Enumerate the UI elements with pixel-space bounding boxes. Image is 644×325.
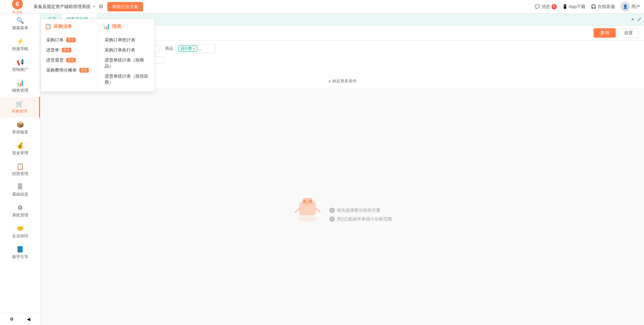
sidebar-item-basic-info[interactable]: 🗄 基础信息 bbox=[0, 180, 40, 201]
sidebar-item-sales[interactable]: 📊 销售管理 bbox=[0, 76, 40, 97]
messages-badge: 5 bbox=[551, 4, 557, 9]
message-icon: 💬 bbox=[535, 4, 540, 9]
goods-more-btn[interactable]: ... bbox=[199, 46, 202, 51]
dropdown-columns: 📋 采购业务 采购订单 历史 进货单 历史 进货退货 历史 采购费用分摊单 历史 bbox=[41, 23, 154, 87]
sidebar-item-inventory[interactable]: 📦 库存核算 bbox=[0, 118, 40, 138]
sales-icon: 📊 bbox=[16, 79, 24, 87]
sidebar-item-search[interactable]: 🔍 搜索菜单 bbox=[0, 13, 40, 34]
purchase-dropdown-menu: 📋 采购业务 采购订单 历史 进货单 历史 进货退货 历史 采购费用分摊单 历史 bbox=[40, 19, 155, 92]
empty-illustration bbox=[292, 192, 323, 222]
dropdown-divider bbox=[98, 23, 98, 87]
collapse-icon: ∧ bbox=[328, 79, 331, 84]
sidebar-item-management[interactable]: 📋 经营管理 bbox=[0, 159, 40, 180]
headset-icon: 🎧 bbox=[591, 4, 596, 9]
goods-tag: 设计费 × bbox=[178, 45, 197, 52]
dropdown-item-purchase-order-exec[interactable]: 采购订单执行表 bbox=[103, 45, 151, 55]
svg-line-6 bbox=[295, 209, 299, 212]
purchase-col-header: 📋 采购业务 bbox=[45, 23, 92, 32]
dropdown-item-receipt-stats-goods[interactable]: 进货单统计表（按商品） bbox=[103, 55, 151, 71]
dropdown-item-purchase-order[interactable]: 采购订单 历史 bbox=[45, 35, 92, 45]
dropdown-item-purchase-order-stats[interactable]: 采购订单统计表 bbox=[103, 35, 151, 45]
svg-point-3 bbox=[303, 200, 306, 202]
guide-icon: 📘 bbox=[16, 246, 24, 253]
sidebar-item-marketing[interactable]: 📢 营销推广 bbox=[0, 55, 40, 76]
system-dropdown-arrow: ▼ bbox=[93, 5, 96, 8]
svg-line-7 bbox=[316, 209, 320, 212]
history-badge-1: 历史 bbox=[62, 48, 71, 52]
marketing-icon: 📢 bbox=[16, 58, 24, 66]
sidebar-item-guide[interactable]: 📘 新手引导 bbox=[0, 242, 40, 263]
query-btn[interactable]: 查询 bbox=[594, 28, 616, 38]
sidebar-item-finance[interactable]: 💰 资金管理 bbox=[0, 138, 40, 159]
logo-icon: 6 bbox=[12, 0, 23, 9]
report-col-icon: 📊 bbox=[103, 23, 110, 30]
history-badge-2: 历史 bbox=[66, 58, 76, 63]
sidebar-item-cooperation[interactable]: 🤝 企业协同 bbox=[0, 221, 40, 242]
sidebar-item-system[interactable]: ⚙ 系统管理 bbox=[0, 201, 40, 221]
purchase-icon: 🛒 bbox=[16, 100, 23, 108]
report-col-header: 📊 报表 bbox=[103, 23, 151, 32]
sidebar-item-quicknav[interactable]: ⚡ 快捷导航 bbox=[0, 34, 40, 55]
window-close-btn[interactable]: × bbox=[631, 16, 634, 23]
sidebar-item-purchase[interactable]: 🛒 采购管理 bbox=[0, 97, 40, 118]
main-content: 1 请先选择要分析的方案 2 用[过滤]条件来缩小分析范围 bbox=[40, 89, 644, 325]
finance-icon: 💰 bbox=[16, 142, 24, 149]
user-btn[interactable]: 👤 用户 bbox=[620, 2, 640, 11]
online-service-btn[interactable]: 🎧 在线客服 bbox=[591, 4, 615, 10]
inventory-icon: 📦 bbox=[16, 121, 24, 128]
sidebar: 🔍 搜索菜单 ⚡ 快捷导航 📢 营销推广 📊 销售管理 🛒 采购管理 📦 bbox=[0, 13, 40, 325]
history-badge-3: 历史 bbox=[79, 68, 89, 73]
settings-icon[interactable]: ⚙ bbox=[99, 3, 103, 10]
window-expand-btn[interactable]: ⤢ bbox=[637, 16, 641, 23]
svg-point-0 bbox=[297, 216, 318, 221]
top-bar-right: 💬 消息 5 📱 App下载 🎧 在线客服 👤 用户 bbox=[535, 2, 640, 11]
dropdown-item-goods-receipt[interactable]: 进货单 历史 bbox=[45, 45, 92, 55]
search-icon: 🔍 bbox=[16, 17, 24, 24]
dropdown-item-goods-return[interactable]: 进货退货 历史 bbox=[45, 55, 92, 65]
svg-point-4 bbox=[309, 200, 312, 202]
purchase-col-icon: 📋 bbox=[45, 23, 51, 30]
dropdown-purchase-col: 📋 采购业务 采购订单 历史 进货单 历史 进货退货 历史 采购费用分摊单 历史 bbox=[41, 23, 96, 87]
footer-settings-btn[interactable]: ⚙ bbox=[10, 317, 14, 322]
system-name[interactable]: 装备及固定资产辅助管理系统 ▼ bbox=[34, 4, 96, 10]
goods-tag-close[interactable]: × bbox=[193, 47, 195, 51]
settings-btn[interactable]: 设置 bbox=[618, 28, 639, 38]
dropdown-report-col: 📊 报表 采购订单统计表 采购订单执行表 进货单统计表（按商品） 进货单统计表（… bbox=[99, 23, 155, 87]
top-bar: 6 标准版 装备及固定资产辅助管理系统 ▼ ⚙ 体验行业方案 💬 消息 5 📱 … bbox=[0, 0, 644, 13]
management-icon: 📋 bbox=[16, 163, 24, 170]
sidebar-footer: ⚙ ◀ bbox=[0, 313, 40, 325]
tabs-right-controls: × ⤢ bbox=[631, 16, 641, 23]
dropdown-item-receipt-stats-supplier[interactable]: 进货单统计表（按供应商） bbox=[103, 71, 151, 87]
avatar: 👤 bbox=[620, 2, 630, 11]
messages-btn[interactable]: 💬 消息 5 bbox=[535, 4, 557, 10]
cooperation-icon: 🤝 bbox=[16, 225, 24, 232]
goods-filter: 商品 设计费 × ... bbox=[165, 44, 216, 53]
phone-icon: 📱 bbox=[562, 4, 568, 9]
logo: 6 标准版 bbox=[4, 0, 31, 14]
empty-tip-1: 1 请先选择要分析的方案 bbox=[329, 207, 381, 213]
gear-icon: ⚙ bbox=[17, 204, 23, 211]
industry-btn[interactable]: 体验行业方案 bbox=[107, 2, 143, 11]
lightning-icon: ⚡ bbox=[16, 38, 24, 45]
app-download-btn[interactable]: 📱 App下载 bbox=[562, 4, 585, 10]
empty-state: 1 请先选择要分析的方案 2 用[过滤]条件来缩小分析范围 bbox=[329, 207, 392, 222]
goods-select[interactable]: 设计费 × ... bbox=[175, 44, 216, 53]
history-badge-0: 历史 bbox=[66, 38, 76, 42]
svg-rect-5 bbox=[305, 204, 310, 206]
database-icon: 🗄 bbox=[17, 184, 23, 191]
dropdown-item-purchase-cost[interactable]: 采购费用分摊单 历史 bbox=[45, 65, 92, 75]
footer-collapse-btn[interactable]: ◀ bbox=[27, 317, 30, 322]
empty-tip-2: 2 用[过滤]条件来缩小分析范围 bbox=[329, 216, 392, 222]
